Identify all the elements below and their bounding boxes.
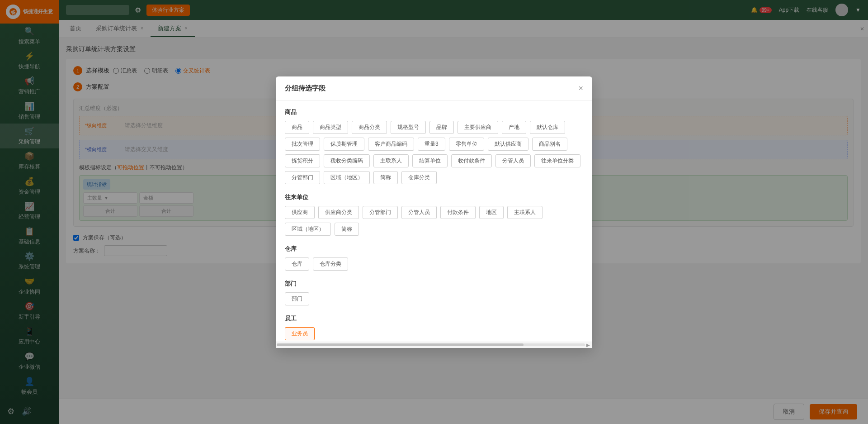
modal-close-button[interactable]: × — [578, 84, 583, 93]
field-tag[interactable]: 付款条件 — [440, 206, 476, 219]
field-tag[interactable]: 默认供应商 — [488, 138, 528, 151]
section-goods: 商品 商品 商品类型 商品分类 规格型号 品牌 主要供应商 产地 默认仓库 批次… — [285, 108, 583, 184]
field-tag[interactable]: 商品 — [285, 121, 309, 134]
field-tag[interactable]: 区域（地区） — [285, 223, 331, 236]
field-tag[interactable]: 商品分类 — [352, 121, 387, 134]
field-tag[interactable]: 保质期管理 — [324, 138, 364, 151]
field-tag[interactable]: 收付款条件 — [451, 154, 492, 167]
modal-header: 分组待选字段 × — [276, 76, 592, 101]
field-tag[interactable]: 主要供应商 — [458, 121, 498, 134]
field-tag[interactable]: 主联系人 — [373, 154, 409, 167]
field-tag[interactable]: 商品别名 — [532, 138, 567, 151]
section-partner: 往来单位 供应商 供应商分类 分管部门 分管人员 付款条件 地区 主联系人 区域… — [285, 193, 583, 236]
section-warehouse-title: 仓库 — [285, 245, 583, 253]
scrollbar-right-arrow[interactable]: ▶ — [585, 343, 591, 348]
field-tag[interactable]: 地区 — [479, 206, 504, 219]
field-tag[interactable]: 产地 — [502, 121, 526, 134]
field-tag[interactable]: 供应商 — [285, 206, 315, 219]
modal-dialog: 分组待选字段 × 商品 商品 商品类型 商品分类 规格型号 品牌 主要供应商 产… — [276, 76, 592, 348]
field-tag[interactable]: 客户商品编码 — [368, 138, 414, 151]
warehouse-fields: 仓库 仓库分类 — [285, 257, 583, 271]
section-partner-title: 往来单位 — [285, 193, 583, 201]
scrollbar-track — [277, 343, 585, 346]
section-department-title: 部门 — [285, 280, 583, 288]
field-tag[interactable]: 主联系人 — [507, 206, 542, 219]
field-tag[interactable]: 批次管理 — [285, 138, 320, 151]
section-department: 部门 部门 — [285, 280, 583, 305]
field-tag[interactable]: 仓库分类 — [313, 257, 348, 271]
modal-overlay[interactable]: 分组待选字段 × 商品 商品 商品类型 商品分类 规格型号 品牌 主要供应商 产… — [0, 0, 868, 424]
field-tag[interactable]: 品牌 — [429, 121, 454, 134]
field-tag[interactable]: 规格型号 — [391, 121, 426, 134]
field-tag[interactable]: 零售单位 — [449, 138, 484, 151]
field-tag[interactable]: 区域（地区） — [324, 171, 370, 184]
field-tag[interactable]: 分管部门 — [363, 206, 398, 219]
field-tag[interactable]: 分管人员 — [401, 206, 437, 219]
department-fields: 部门 — [285, 292, 583, 305]
field-tag[interactable]: 仓库分类 — [401, 171, 437, 184]
field-tag[interactable]: 简称 — [373, 171, 398, 184]
field-tag[interactable]: 默认仓库 — [530, 121, 565, 134]
section-warehouse: 仓库 仓库 仓库分类 — [285, 245, 583, 271]
field-tag-employee[interactable]: 业务员 — [285, 327, 315, 340]
field-tag[interactable]: 商品类型 — [313, 121, 348, 134]
modal-title: 分组待选字段 — [285, 84, 326, 93]
field-tag[interactable]: 税收分类编码 — [324, 154, 370, 167]
field-tag[interactable]: 拣货积分 — [285, 154, 320, 167]
employee-fields: 业务员 — [285, 327, 583, 340]
field-tag[interactable]: 往来单位分类 — [534, 154, 580, 167]
field-tag[interactable]: 供应商分类 — [318, 206, 359, 219]
modal-horizontal-scrollbar[interactable]: ▶ — [276, 342, 592, 348]
field-tag[interactable]: 部门 — [285, 292, 309, 305]
goods-fields: 商品 商品类型 商品分类 规格型号 品牌 主要供应商 产地 默认仓库 批次管理 … — [285, 121, 583, 184]
section-goods-title: 商品 — [285, 108, 583, 116]
modal-body: 商品 商品 商品类型 商品分类 规格型号 品牌 主要供应商 产地 默认仓库 批次… — [276, 101, 592, 342]
field-tag[interactable]: 结算单位 — [412, 154, 448, 167]
field-tag[interactable]: 仓库 — [285, 257, 309, 271]
section-employee: 员工 业务员 — [285, 314, 583, 340]
section-employee-title: 员工 — [285, 314, 583, 323]
field-tag[interactable]: 分管部门 — [285, 171, 320, 184]
field-tag[interactable]: 分管人员 — [495, 154, 531, 167]
field-tag[interactable]: 重量3 — [418, 138, 445, 151]
scrollbar-thumb[interactable] — [277, 343, 524, 346]
field-tag[interactable]: 简称 — [335, 223, 359, 236]
partner-fields: 供应商 供应商分类 分管部门 分管人员 付款条件 地区 主联系人 区域（地区） … — [285, 206, 583, 236]
